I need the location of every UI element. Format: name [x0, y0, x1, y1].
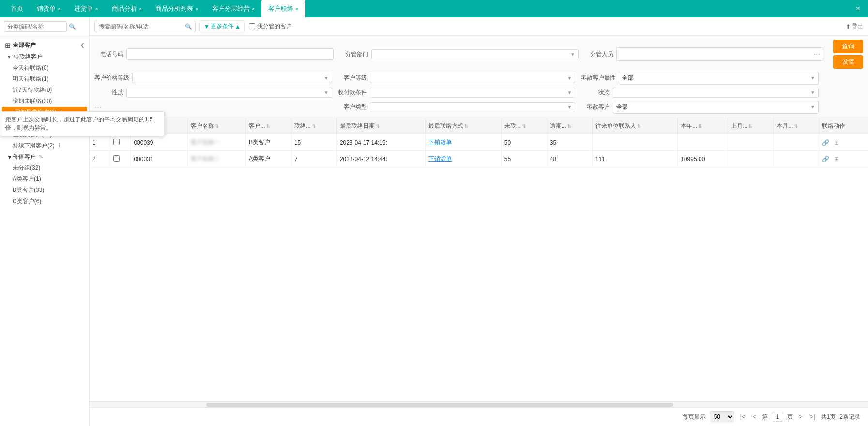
sidebar-item-today[interactable]: 今天待联络(0) [0, 62, 89, 73]
more-conditions-btn[interactable]: ▼ 更多条件 ▲ [199, 20, 245, 32]
sort-icon-not-contacted[interactable]: ⇅ [522, 123, 526, 129]
filter-bar: 🔍 ▼ 更多条件 ▲ 我分管的客户 ⬆ 导出 [90, 17, 868, 36]
sidebar-item-tomorrow[interactable]: 明天待联络(1) [0, 73, 89, 85]
nav-product-analysis-list[interactable]: 商品分析列表 × [149, 0, 205, 17]
sidebar-item-b-class[interactable]: B类客户(33) [0, 185, 89, 196]
select-price-level[interactable]: ▼ [132, 73, 332, 83]
nav-sales[interactable]: 销货单 × [30, 0, 67, 17]
search-box: 🔍 [94, 21, 196, 32]
field-status: 状态 ▼ [581, 88, 819, 98]
nav-product-analysis-close[interactable]: × [139, 6, 142, 12]
nav-sales-close[interactable]: × [58, 6, 61, 12]
export-button[interactable]: ⬆ 导出 [846, 22, 863, 30]
select-status[interactable]: ▼ [613, 88, 819, 98]
prev-page-btn[interactable]: < [751, 412, 758, 421]
label-dept: 分管部门 [339, 50, 368, 59]
select-person[interactable]: ··· [616, 47, 823, 61]
per-page-select[interactable]: 50 100 200 [710, 411, 734, 422]
sidebar-group-value[interactable]: ▼ 价值客户 ✎ [0, 151, 89, 162]
collapse-icon: ❮ [80, 43, 84, 48]
sidebar-item-a-class[interactable]: A类客户(1) [0, 174, 89, 185]
table-header-row: ⚙ 客户编码⇅ 客户名称⇅ 客户...⇅ 联络...⇅ 最后联络日期⇅ 最后联络… [90, 118, 868, 134]
select-retail-attr[interactable]: 全部 ▼ [619, 72, 819, 85]
my-customer-checkbox[interactable] [249, 23, 255, 29]
sort-icon-last-month[interactable]: ⇅ [748, 123, 752, 129]
row2-action-grid-icon[interactable]: ⊞ [834, 156, 839, 162]
query-button[interactable]: 查询 [833, 40, 863, 53]
sidebar-search-icon[interactable]: 🔍 [69, 23, 76, 30]
select-nature[interactable]: ▼ [126, 88, 332, 98]
input-phone[interactable] [126, 48, 334, 60]
row1-last-method: 下销货单 [426, 134, 502, 151]
sidebar-item-7days[interactable]: 近7天待联络(0) [0, 85, 89, 96]
scrollbar-thumb[interactable] [206, 403, 673, 407]
sidebar: 🔍 ⊞ 全部客户 ❮ ▼ 待联络客户 今天待联络(0) 明天待联络(1) 近7天… [0, 17, 90, 426]
more-dots-row4[interactable]: ··· [94, 102, 102, 112]
close-all-tabs[interactable]: × [852, 4, 864, 13]
edit-icon[interactable]: ✎ [39, 154, 43, 160]
sort-icon-type[interactable]: ⇅ [266, 123, 270, 129]
search-input[interactable] [95, 21, 182, 32]
table-wrapper: ⚙ 客户编码⇅ 客户名称⇅ 客户...⇅ 联络...⇅ 最后联络日期⇅ 最后联络… [90, 118, 868, 401]
row1-method-link[interactable]: 下销货单 [428, 139, 452, 146]
sort-icon-last-method[interactable]: ⇅ [464, 123, 468, 129]
sidebar-all-customers[interactable]: ⊞ 全部客户 ❮ [0, 39, 89, 51]
sidebar-item-declining[interactable]: 持续下滑客户(2) ℹ [0, 140, 89, 151]
nav-customer-contact-close[interactable]: × [295, 6, 298, 12]
sort-icon-overdue[interactable]: ⇅ [567, 123, 571, 129]
sort-icon-year[interactable]: ⇅ [698, 123, 702, 129]
row1-select-checkbox[interactable] [113, 139, 120, 145]
label-nature: 性质 [94, 88, 123, 97]
horizontal-scrollbar[interactable] [90, 401, 868, 407]
customer-table: ⚙ 客户编码⇅ 客户名称⇅ 客户...⇅ 联络...⇅ 最后联络日期⇅ 最后联络… [90, 118, 868, 167]
sidebar-item-overdue[interactable]: 逾期未联络(30) [0, 96, 89, 107]
select-retail-customer[interactable]: 全部 ▼ [613, 101, 819, 114]
sort-icon-name[interactable]: ⇅ [215, 123, 219, 129]
advanced-filter: 电话号码 分管部门 ▼ 分管人员 ··· [90, 36, 868, 118]
tooltip-box: 距客户上次交易时长，超过了此客户的平均交易周期的1.5倍，则视为异常。 [0, 111, 165, 136]
first-page-btn[interactable]: |< [738, 412, 747, 421]
sort-icon-person[interactable]: ⇅ [637, 123, 641, 129]
sort-icon-last-date[interactable]: ⇅ [376, 123, 380, 129]
pagination: 每页显示 50 100 200 |< < 第 1 页 > >| 共1页 2条记录 [90, 407, 868, 426]
total-records-label: 2条记录 [839, 413, 860, 421]
sort-icon-cur-month[interactable]: ⇅ [794, 123, 798, 129]
last-page-btn[interactable]: >| [808, 412, 817, 421]
select-customer-type[interactable]: ▼ [370, 102, 576, 112]
nav-home[interactable]: 首页 [4, 0, 30, 17]
select-customer-level[interactable]: ▼ [370, 73, 576, 83]
row2-name: 客户名称二 [187, 151, 245, 167]
select-dept[interactable]: ▼ [371, 49, 579, 59]
field-more-placeholder: ··· [94, 102, 332, 112]
row2-method-link[interactable]: 下销货单 [428, 155, 452, 162]
nav-customer-contact[interactable]: 客户联络 × [261, 0, 305, 17]
field-retail-attr: 零散客户属性 全部 ▼ [581, 72, 819, 85]
search-icon[interactable]: 🔍 [182, 21, 195, 32]
col-action: 联络动作 [819, 118, 868, 134]
sidebar-group-pending[interactable]: ▼ 待联络客户 [0, 51, 89, 62]
label-customer-type: 客户类型 [338, 103, 367, 111]
nav-product-analysis-list-close[interactable]: × [195, 6, 198, 12]
sidebar-item-c-class[interactable]: C类客户(6) [0, 196, 89, 207]
row1-action-grid-icon[interactable]: ⊞ [834, 139, 839, 146]
label-price-level: 客户价格等级 [94, 74, 129, 82]
row1-action-link-icon[interactable]: 🔗 [822, 139, 829, 146]
nav-purchase[interactable]: 进货单 × [67, 0, 105, 17]
nav-product-analysis[interactable]: 商品分析 × [105, 0, 149, 17]
settings-button[interactable]: 设置 [833, 55, 863, 69]
row2-action-link-icon[interactable]: 🔗 [822, 156, 829, 162]
more-dots-icon[interactable]: ··· [814, 50, 820, 59]
select-payment[interactable]: ▼ [370, 88, 576, 98]
col-type: 客户...⇅ [245, 118, 291, 134]
nav-purchase-close[interactable]: × [95, 6, 98, 12]
sort-icon-contact-count[interactable]: ⇅ [312, 123, 316, 129]
caret-customer-type: ▼ [567, 104, 572, 110]
row2-not-contacted: 55 [501, 151, 547, 167]
nav-customer-tier[interactable]: 客户分层经营 × [205, 0, 261, 17]
row2-select-checkbox[interactable] [113, 155, 120, 162]
sidebar-search-input[interactable] [4, 21, 67, 32]
sidebar-item-ungrouped[interactable]: 未分组(32) [0, 162, 89, 174]
nav-customer-tier-close[interactable]: × [252, 6, 255, 12]
next-page-btn[interactable]: > [797, 412, 804, 421]
row2-overdue: 48 [547, 151, 592, 167]
